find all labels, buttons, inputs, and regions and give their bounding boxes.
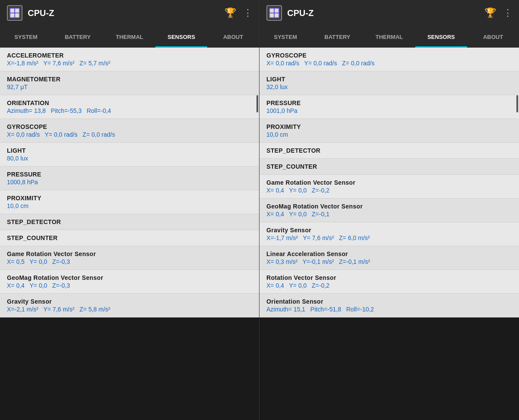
- tab-thermal-left[interactable]: Thermal: [104, 26, 156, 48]
- sensor-value: Azimuth= 15,1 Pitch=-51,8 Roll=-10,2: [266, 306, 512, 313]
- left-title-icons: 🏆 ⋮: [224, 7, 252, 19]
- sensor-name: STEP_COUNTER: [266, 163, 512, 170]
- left-tab-bar: System Battery Thermal Sensors About: [0, 26, 259, 48]
- right-app-title: CPU-Z: [287, 8, 484, 18]
- list-item: Game Rotation Vector Sensor X= 0,5 Y= 0,…: [0, 246, 259, 270]
- list-item: STEP_DETECTOR: [0, 214, 259, 230]
- list-item: Game Rotation Vector Sensor X= 0,4 Y= 0,…: [260, 175, 519, 199]
- sensor-name: STEP_COUNTER: [7, 234, 252, 241]
- sensor-name: Game Rotation Vector Sensor: [7, 250, 252, 257]
- tab-sensors-left[interactable]: Sensors: [155, 26, 207, 48]
- sensor-value: 32,0 lux: [266, 83, 512, 90]
- right-tab-bar: System Battery Thermal Sensors About: [260, 26, 519, 48]
- sensor-value: X= 0,4 Y= 0,0 Z=-0,2: [266, 187, 512, 194]
- list-item: STEP_COUNTER: [0, 230, 259, 246]
- left-content-area: ACCELEROMETER X=-1,8 m/s² Y= 7,6 m/s² Z=…: [0, 48, 259, 317]
- list-item: GYROSCOPE X= 0,0 rad/s Y= 0,0 rad/s Z= 0…: [0, 119, 259, 143]
- list-item: Rotation Vector Sensor X= 0,4 Y= 0,0 Z=-…: [260, 270, 519, 294]
- right-panel: CPU-Z 🏆 ⋮ System Battery Thermal Sensors…: [260, 0, 519, 420]
- sensor-name: ORIENTATION: [7, 99, 252, 106]
- list-item: GeoMag Rotation Vector Sensor X= 0,4 Y= …: [0, 270, 259, 294]
- left-more-icon[interactable]: ⋮: [243, 7, 252, 19]
- sensor-value: X= 0,4 Y= 0,0 Z=-0,3: [7, 282, 252, 289]
- list-item: GYROSCOPE X= 0,0 rad/s Y= 0,0 rad/s Z= 0…: [260, 48, 519, 71]
- tab-battery-right[interactable]: Battery: [311, 26, 363, 48]
- tab-about-left[interactable]: About: [207, 26, 259, 48]
- sensor-name: Gravity Sensor: [7, 298, 252, 305]
- sensor-name: Rotation Vector Sensor: [266, 274, 512, 281]
- list-item: Gravity Sensor X=-2,1 m/s² Y= 7,6 m/s² Z…: [0, 294, 259, 317]
- tab-thermal-right[interactable]: Thermal: [363, 26, 415, 48]
- list-item: Linear Acceleration Sensor X= 0,3 m/s² Y…: [260, 246, 519, 270]
- sensor-value: X= 0,0 rad/s Y= 0,0 rad/s Z= 0,0 rad/s: [7, 131, 252, 138]
- sensor-value: 1001,0 hPa: [266, 107, 512, 114]
- tab-about-right[interactable]: About: [467, 26, 519, 48]
- sensor-name: GYROSCOPE: [266, 52, 512, 59]
- sensor-name: LIGHT: [266, 76, 512, 83]
- sensor-value: 10,0 cm: [7, 202, 252, 209]
- sensor-name: Game Rotation Vector Sensor: [266, 179, 512, 186]
- sensor-value: X= 0,5 Y= 0,0 Z=-0,3: [7, 258, 252, 265]
- right-sensor-list: GYROSCOPE X= 0,0 rad/s Y= 0,0 rad/s Z= 0…: [260, 48, 519, 317]
- sensor-name: STEP_DETECTOR: [7, 218, 252, 225]
- left-title-bar: CPU-Z 🏆 ⋮: [0, 0, 259, 26]
- sensor-value: X= 0,0 rad/s Y= 0,0 rad/s Z= 0,0 rad/s: [266, 60, 512, 67]
- sensor-value: 80,0 lux: [7, 155, 252, 162]
- sensor-name: ACCELEROMETER: [7, 52, 252, 59]
- right-content-area: GYROSCOPE X= 0,0 rad/s Y= 0,0 rad/s Z= 0…: [260, 48, 519, 317]
- sensor-value: 1000,8 hPa: [7, 179, 252, 186]
- sensor-name: STEP_DETECTOR: [266, 147, 512, 154]
- sensor-value: Azimuth= 13,8 Pitch=-55,3 Roll=-0,4: [7, 107, 252, 114]
- sensor-name: PROXIMITY: [266, 123, 512, 130]
- right-title-bar: CPU-Z 🏆 ⋮: [260, 0, 519, 26]
- sensor-name: PROXIMITY: [7, 195, 252, 202]
- list-item: PRESSURE 1000,8 hPa: [0, 167, 259, 190]
- list-item: GeoMag Rotation Vector Sensor X= 0,4 Y= …: [260, 199, 519, 222]
- right-more-icon[interactable]: ⋮: [503, 7, 512, 19]
- sensor-name: MAGNETOMETER: [7, 76, 252, 83]
- sensor-name: GeoMag Rotation Vector Sensor: [266, 203, 512, 210]
- sensor-value: X=-1,8 m/s² Y= 7,6 m/s² Z= 5,7 m/s²: [7, 60, 252, 67]
- left-app-title: CPU-Z: [28, 8, 224, 18]
- sensor-value: 10,0 cm: [266, 131, 512, 138]
- tab-system-right[interactable]: System: [260, 26, 311, 48]
- right-title-icons: 🏆 ⋮: [484, 7, 512, 19]
- list-item: LIGHT 32,0 lux: [260, 71, 519, 95]
- left-sensor-list: ACCELEROMETER X=-1,8 m/s² Y= 7,6 m/s² Z=…: [0, 48, 259, 317]
- right-content-wrapper: GYROSCOPE X= 0,0 rad/s Y= 0,0 rad/s Z= 0…: [260, 48, 519, 420]
- sensor-value: 92,7 μT: [7, 83, 252, 90]
- list-item: Orientation Sensor Azimuth= 15,1 Pitch=-…: [260, 294, 519, 317]
- sensor-name: GeoMag Rotation Vector Sensor: [7, 274, 252, 281]
- list-item: LIGHT 80,0 lux: [0, 143, 259, 167]
- list-item: PROXIMITY 10,0 cm: [260, 119, 519, 143]
- list-item: MAGNETOMETER 92,7 μT: [0, 71, 259, 95]
- sensor-value: X= 0,4 Y= 0,0 Z=-0,1: [266, 211, 512, 218]
- left-scrollbar[interactable]: [256, 95, 258, 112]
- sensor-name: PRESSURE: [7, 171, 252, 178]
- sensor-name: Linear Acceleration Sensor: [266, 250, 512, 257]
- sensor-name: Gravity Sensor: [266, 227, 512, 234]
- right-app-icon: [266, 5, 282, 21]
- tab-system-left[interactable]: System: [0, 26, 52, 48]
- list-item: PRESSURE 1001,0 hPa: [260, 95, 519, 119]
- left-trophy-icon[interactable]: 🏆: [224, 7, 236, 19]
- right-trophy-icon[interactable]: 🏆: [484, 7, 496, 19]
- list-item: ACCELEROMETER X=-1,8 m/s² Y= 7,6 m/s² Z=…: [0, 48, 259, 71]
- list-item: STEP_COUNTER: [260, 159, 519, 175]
- right-scrollbar[interactable]: [516, 95, 518, 112]
- list-item: STEP_DETECTOR: [260, 143, 519, 159]
- list-item: Gravity Sensor X=-1,7 m/s² Y= 7,6 m/s² Z…: [260, 222, 519, 246]
- list-item: PROXIMITY 10,0 cm: [0, 190, 259, 214]
- sensor-name: LIGHT: [7, 147, 252, 154]
- sensor-value: X= 0,3 m/s² Y=-0,1 m/s² Z=-0,1 m/s²: [266, 258, 512, 265]
- sensor-name: Orientation Sensor: [266, 298, 512, 305]
- sensor-name: GYROSCOPE: [7, 123, 252, 130]
- tab-battery-left[interactable]: Battery: [52, 26, 104, 48]
- list-item: ORIENTATION Azimuth= 13,8 Pitch=-55,3 Ro…: [0, 95, 259, 119]
- sensor-value: X=-1,7 m/s² Y= 7,6 m/s² Z= 6,0 m/s²: [266, 234, 512, 241]
- tab-sensors-right[interactable]: Sensors: [415, 26, 467, 48]
- sensor-name: PRESSURE: [266, 99, 512, 106]
- left-content-wrapper: ACCELEROMETER X=-1,8 m/s² Y= 7,6 m/s² Z=…: [0, 48, 259, 420]
- sensor-value: X=-2,1 m/s² Y= 7,6 m/s² Z= 5,8 m/s²: [7, 306, 252, 313]
- sensor-value: X= 0,4 Y= 0,0 Z=-0,2: [266, 282, 512, 289]
